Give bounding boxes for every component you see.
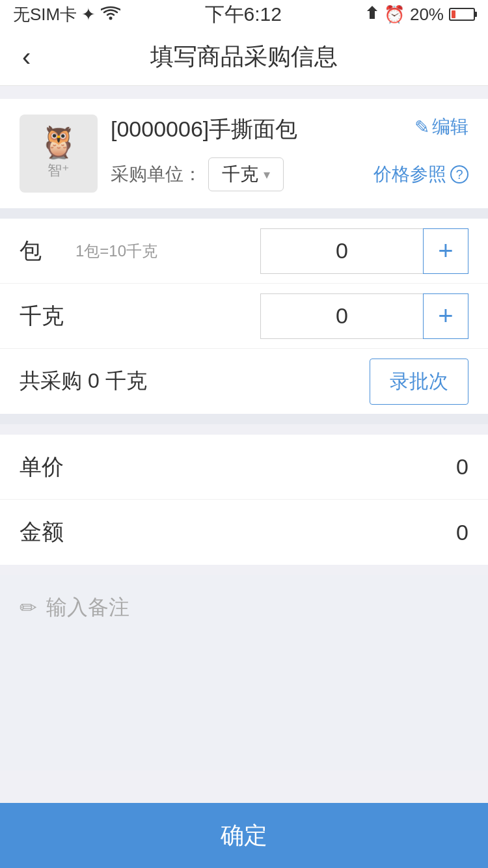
product-image: 🦉 智⁺ xyxy=(20,115,98,193)
remark-placeholder: 输入备注 xyxy=(46,593,129,622)
section-divider-2 xyxy=(0,414,488,424)
status-bar: 无SIM卡 ✦ 下午6:12 ⏰ 20% xyxy=(0,0,488,29)
total-text: 共采购 0 千克 xyxy=(20,367,147,396)
price-ref-label: 价格参照 xyxy=(373,162,446,187)
bag-input-section: 包 1包=10千克 + 千克 + xyxy=(0,219,488,349)
chevron-down-icon: ▾ xyxy=(264,167,270,182)
owl-label: 智⁺ xyxy=(39,161,78,180)
purchase-unit-row: 采购单位： 千克 ▾ 价格参照 ? xyxy=(111,157,468,191)
confirm-button[interactable]: 确定 xyxy=(0,803,488,868)
battery-icon xyxy=(449,8,475,21)
status-right: ⏰ 20% xyxy=(366,5,475,25)
price-ref-help-icon: ? xyxy=(450,165,468,183)
bag-input-row: 包 1包=10千克 + xyxy=(0,219,488,284)
product-card: 🦉 智⁺ [0000006]手撕面包 ✎ 编辑 采购单位： 千克 ▾ xyxy=(0,99,488,208)
wifi-icon xyxy=(101,5,120,25)
bag-quantity-input[interactable] xyxy=(260,228,423,274)
page-title: 填写商品采购信息 xyxy=(150,41,338,73)
kg-quantity-input[interactable] xyxy=(260,293,423,339)
edit-icon: ✎ xyxy=(414,116,429,138)
kg-plus-button[interactable]: + xyxy=(423,293,468,339)
battery-percent: 20% xyxy=(410,5,444,25)
remark-section[interactable]: ✏ 输入备注 xyxy=(0,575,488,640)
kg-label: 千克 xyxy=(20,301,72,331)
nav-bar: ‹ 填写商品采购信息 xyxy=(0,29,488,86)
bag-plus-button[interactable]: + xyxy=(423,228,468,274)
price-ref-button[interactable]: 价格参照 ? xyxy=(373,162,468,187)
kg-input-row: 千克 + xyxy=(0,284,488,349)
status-left: 无SIM卡 ✦ xyxy=(13,3,120,26)
no-sim-text: 无SIM卡 ✦ xyxy=(13,3,96,26)
back-button[interactable]: ‹ xyxy=(16,36,37,78)
bottom-area xyxy=(0,640,488,770)
unit-price-value: 0 xyxy=(456,454,468,480)
unit-price-label: 单价 xyxy=(20,452,64,482)
section-divider-1 xyxy=(0,208,488,219)
owl-icon: 🦉 xyxy=(39,127,78,158)
alarm-icon: ⏰ xyxy=(384,5,405,25)
unit-select[interactable]: 千克 ▾ xyxy=(208,157,284,191)
amount-row: 金额 0 xyxy=(0,500,488,565)
unit-price-row: 单价 0 xyxy=(0,435,488,500)
amount-label: 金额 xyxy=(20,517,64,547)
product-name: [0000006]手撕面包 xyxy=(111,115,297,144)
bag-input-right: + xyxy=(260,228,468,274)
bag-sublabel: 1包=10千克 xyxy=(75,241,157,262)
purchase-unit-label: 采购单位： xyxy=(111,162,202,187)
bag-label: 包 xyxy=(20,236,72,266)
product-info: [0000006]手撕面包 ✎ 编辑 采购单位： 千克 ▾ 价格参照 ? xyxy=(111,115,468,191)
edit-label: 编辑 xyxy=(432,115,468,139)
edit-button[interactable]: ✎ 编辑 xyxy=(414,115,468,139)
location-icon xyxy=(366,5,379,25)
product-name-row: [0000006]手撕面包 ✎ 编辑 xyxy=(111,115,468,144)
svg-point-0 xyxy=(109,16,113,20)
main-content: 🦉 智⁺ [0000006]手撕面包 ✎ 编辑 采购单位： 千克 ▾ xyxy=(0,99,488,835)
status-time: 下午6:12 xyxy=(205,1,282,28)
batch-button[interactable]: 录批次 xyxy=(370,359,468,405)
amount-value: 0 xyxy=(456,520,468,545)
pencil-icon: ✏ xyxy=(20,595,37,620)
total-batch-row: 共采购 0 千克 录批次 xyxy=(0,349,488,414)
kg-input-right: + xyxy=(260,293,468,339)
price-section: 单价 0 金额 0 xyxy=(0,435,488,565)
unit-value: 千克 xyxy=(222,162,258,187)
